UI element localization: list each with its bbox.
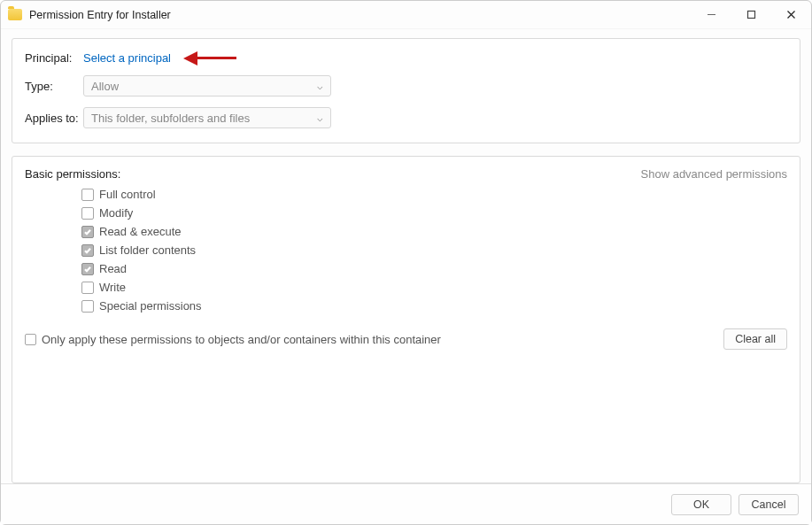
applies-value: This folder, subfolders and files	[91, 112, 317, 125]
show-advanced-link[interactable]: Show advanced permissions	[641, 167, 787, 181]
type-label: Type:	[25, 80, 83, 93]
perm-read-execute[interactable]: Read & execute	[81, 225, 787, 238]
perm-write[interactable]: Write	[81, 281, 787, 294]
minimize-button[interactable]	[692, 1, 731, 28]
applies-label: Applies to:	[25, 112, 83, 125]
dialog-footer: OK Cancel	[1, 483, 811, 524]
maximize-icon	[746, 10, 756, 19]
checkbox	[81, 189, 94, 201]
only-apply-checkbox-row[interactable]: Only apply these permissions to objects …	[25, 333, 441, 346]
dialog-window: Permission Entry for Installer Principal…	[0, 0, 812, 525]
window-title: Permission Entry for Installer	[29, 9, 692, 21]
only-apply-label: Only apply these permissions to objects …	[42, 333, 441, 346]
checkbox	[25, 334, 36, 345]
type-row: Type: Allow ⌵	[25, 75, 787, 97]
principal-label: Principal:	[25, 51, 83, 65]
clear-all-button[interactable]: Clear all	[723, 328, 787, 350]
annotation-arrow	[183, 55, 236, 62]
applies-select[interactable]: This folder, subfolders and files ⌵	[83, 107, 331, 128]
checkbox	[81, 282, 94, 294]
content-area: Principal: Select a principal Type: Allo…	[1, 29, 811, 483]
checkbox	[81, 207, 94, 220]
perm-label: List folder contents	[99, 243, 196, 257]
permissions-bottom-row: Only apply these permissions to objects …	[25, 328, 787, 350]
checkbox	[81, 300, 94, 313]
cancel-button[interactable]: Cancel	[739, 494, 799, 515]
perm-special[interactable]: Special permissions	[81, 299, 787, 313]
principal-row: Principal: Select a principal	[25, 51, 787, 65]
minimize-icon	[707, 10, 716, 19]
type-value: Allow	[91, 80, 317, 93]
maximize-button[interactable]	[731, 1, 771, 28]
perm-label: Modify	[99, 206, 133, 220]
ok-button[interactable]: OK	[671, 494, 731, 515]
perm-label: Read & execute	[99, 225, 182, 238]
checkbox	[81, 244, 94, 257]
permissions-header: Basic permissions: Show advanced permiss…	[25, 167, 787, 181]
select-principal-link[interactable]: Select a principal	[83, 51, 171, 65]
close-button[interactable]	[771, 1, 811, 28]
perm-label: Write	[99, 281, 126, 294]
titlebar: Permission Entry for Installer	[1, 1, 811, 29]
permissions-panel: Basic permissions: Show advanced permiss…	[12, 156, 800, 483]
checkbox	[81, 263, 94, 275]
titlebar-controls	[692, 1, 811, 28]
perm-read[interactable]: Read	[81, 262, 787, 275]
close-icon	[786, 10, 796, 19]
perm-label: Read	[99, 262, 127, 275]
chevron-down-icon: ⌵	[317, 112, 323, 124]
perm-modify[interactable]: Modify	[81, 206, 787, 220]
permissions-title: Basic permissions:	[25, 167, 120, 181]
perm-list-folder[interactable]: List folder contents	[81, 243, 787, 257]
type-select[interactable]: Allow ⌵	[83, 75, 331, 97]
permissions-checklist: Full control Modify Read & execute List …	[25, 188, 787, 313]
chevron-down-icon: ⌵	[317, 81, 323, 92]
svg-rect-0	[748, 12, 755, 19]
perm-label: Full control	[99, 188, 156, 201]
folder-icon	[8, 9, 22, 20]
applies-row: Applies to: This folder, subfolders and …	[25, 107, 787, 128]
perm-label: Special permissions	[99, 299, 202, 313]
target-panel: Principal: Select a principal Type: Allo…	[12, 38, 800, 143]
checkbox	[81, 226, 94, 238]
perm-full-control[interactable]: Full control	[81, 188, 787, 201]
